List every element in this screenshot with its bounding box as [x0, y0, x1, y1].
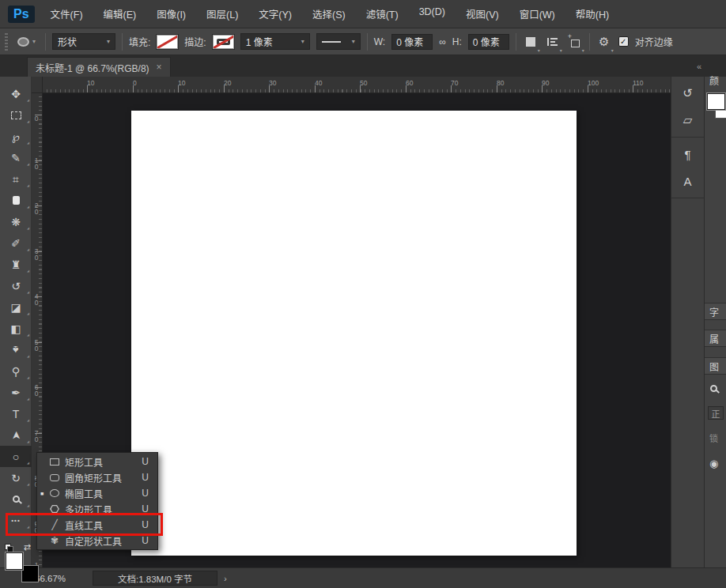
eraser-tool[interactable]: ◪ [0, 296, 32, 318]
color-panel-foreground-swatch[interactable] [707, 93, 725, 110]
stroke-type-line-icon [322, 41, 341, 43]
document-tab[interactable]: 未标题-1 @ 66.7%(RGB/8) × [27, 57, 171, 77]
layers-panel-tab[interactable]: 图 [705, 357, 726, 375]
rectangular-marquee-tool[interactable] [0, 104, 32, 126]
fill-color-swatch[interactable] [157, 35, 178, 49]
menubar-items: 文件(F)编辑(E)图像(I)图层(L)文字(Y)选择(S)滤镜(T)3D(D)… [51, 6, 610, 21]
lasso-tool[interactable]: ℘ [0, 126, 32, 147]
flyout-item-ellipse-tool[interactable]: ■椭圆工具U [37, 485, 157, 501]
eyedropper-tool[interactable] [0, 190, 32, 211]
brush-tool[interactable]: ✐ [0, 232, 32, 254]
dodge-tool-icon: ⚲ [12, 366, 20, 377]
history-panel-button[interactable]: ↺ [676, 83, 700, 104]
menu-layer[interactable]: 图层(L) [206, 6, 238, 21]
h-ruler-label: 0 [133, 79, 137, 87]
rounded-rectangle-tool-shortcut: U [142, 472, 149, 483]
ellipse-tool-icon [47, 489, 62, 497]
stroke-type-select[interactable]: ▾ [316, 33, 361, 50]
rotate-view-tool[interactable]: ↻ [0, 467, 32, 488]
custom-shape-tool-icon: ✾ [47, 535, 62, 546]
spot-healing-brush-tool[interactable]: ❋ [0, 211, 32, 232]
quick-selection-tool-icon: ✎ [11, 153, 21, 164]
v-ruler-label: 70 [32, 429, 40, 442]
shape-settings-button[interactable]: ⚙ [596, 34, 612, 50]
h-ruler-label: 10 [87, 79, 94, 87]
type-tool[interactable]: T [0, 403, 32, 424]
quick-selection-tool[interactable]: ✎ [0, 147, 32, 168]
zoom-tool[interactable] [0, 488, 32, 510]
tool-mode-select[interactable]: 形状 ▾ [52, 33, 115, 50]
type-tool-icon: T [13, 409, 20, 420]
properties-panel-button[interactable]: ▱ [676, 110, 700, 130]
properties-panel-icon: ▱ [683, 113, 693, 127]
layer-visibility-eye-icon[interactable]: ◉ [709, 458, 718, 469]
gradient-tool-icon: ◧ [10, 323, 21, 334]
ellipse-tool[interactable]: ○ [0, 446, 32, 467]
history-brush-tool[interactable]: ↺ [0, 275, 32, 296]
move-tool[interactable]: ✥ [0, 83, 32, 104]
dodge-tool[interactable]: ⚲ [0, 360, 32, 382]
rectangle-tool-icon [47, 458, 62, 466]
status-options-chevron-icon[interactable]: › [224, 574, 227, 583]
clone-stamp-tool-icon: ♜ [11, 259, 21, 270]
link-dimensions-icon[interactable]: ∞ [439, 36, 446, 47]
crop-tool[interactable]: ⌗ [0, 168, 32, 190]
clone-stamp-tool[interactable]: ♜ [0, 254, 32, 275]
h-ruler-label: 20 [224, 79, 231, 87]
pen-tool-icon: ✒ [11, 387, 21, 398]
stroke-color-swatch[interactable] [213, 35, 234, 49]
menu-image[interactable]: 图像(I) [157, 6, 186, 21]
tool-preset-picker[interactable]: ▾ [14, 37, 39, 47]
menu-window[interactable]: 窗口(W) [520, 6, 555, 21]
h-ruler-label: 100 [588, 79, 599, 87]
menu-help[interactable]: 帮助(H) [576, 6, 609, 21]
shape-height-input[interactable]: 0 像素 [468, 34, 509, 50]
gear-icon: ⚙ [599, 35, 609, 49]
close-icon[interactable]: × [157, 62, 162, 73]
zoom-level-input[interactable]: 66.67% [35, 574, 66, 583]
options-bar-grip[interactable] [5, 33, 8, 51]
custom-shape-tool-label: 自定形状工具 [65, 534, 122, 548]
photoshop-logo: Ps [8, 6, 35, 23]
panel-dock: ↺▱¶A [671, 77, 704, 567]
menu-edit[interactable]: 编辑(E) [104, 6, 137, 21]
background-color-swatch[interactable] [21, 565, 39, 582]
menu-view[interactable]: 视图(V) [466, 6, 499, 21]
path-selection-tool[interactable]: ➤ [0, 424, 32, 446]
path-operations-button[interactable] [523, 34, 539, 50]
toolbar-tools: ✥℘✎⌗❋✐♜↺◪◧♠⚲✒T➤○↻••• [0, 77, 31, 531]
path-operations-icon [526, 37, 535, 47]
properties-panel-tab[interactable]: 属 [705, 330, 726, 347]
tool-options-bar: ▾ 形状 ▾ 填充: 描边: 1 像素 ▾ ▾ W: 0 像素 ∞ H: 0 像… [0, 28, 726, 55]
canvas[interactable] [131, 111, 577, 556]
document-size-info[interactable]: 文档:1.83M/0 字节 [93, 571, 217, 586]
menu-filter[interactable]: 滤镜(T) [366, 6, 399, 21]
menu-type[interactable]: 文字(Y) [259, 6, 292, 21]
menu-select[interactable]: 选择(S) [312, 6, 346, 21]
tools-panel: ✥℘✎⌗❋✐♜↺◪◧♠⚲✒T➤○↻••• ⇄ [0, 77, 32, 567]
rotate-view-tool-icon: ↻ [11, 473, 21, 484]
stroke-width-select[interactable]: 1 像素 ▾ [240, 33, 310, 50]
collapse-panels-icon[interactable]: « [697, 62, 701, 71]
layer-search-icon[interactable] [710, 385, 717, 392]
menu-file[interactable]: 文件(F) [51, 6, 83, 21]
gradient-tool[interactable]: ◧ [0, 318, 32, 339]
ellipse-tool-label: 椭圆工具 [65, 487, 103, 500]
align-edges-checkbox[interactable]: ✓ [618, 36, 629, 47]
glyphs-panel-button[interactable]: A [676, 171, 700, 191]
lasso-tool-icon: ℘ [12, 131, 20, 142]
path-arrangement-button[interactable] [567, 34, 583, 50]
blend-mode-select[interactable]: 正 [708, 406, 724, 420]
shape-width-input[interactable]: 0 像素 [391, 34, 433, 50]
character-panel-tab[interactable]: 字 [705, 303, 726, 320]
menu-3d[interactable]: 3D(D) [419, 6, 445, 21]
color-panel-tab[interactable]: 颜 [709, 74, 719, 87]
flyout-item-rounded-rectangle-tool[interactable]: 圆角矩形工具U [37, 469, 157, 485]
pen-tool[interactable]: ✒ [0, 382, 32, 403]
path-alignment-button[interactable] [545, 34, 561, 50]
flyout-item-rectangle-tool[interactable]: 矩形工具U [37, 454, 157, 469]
blur-tool[interactable]: ♠ [0, 339, 32, 360]
align-edges-label: 对齐边缘 [635, 35, 673, 48]
foreground-color-swatch[interactable] [6, 552, 23, 570]
paragraph-panel-button[interactable]: ¶ [676, 144, 700, 164]
